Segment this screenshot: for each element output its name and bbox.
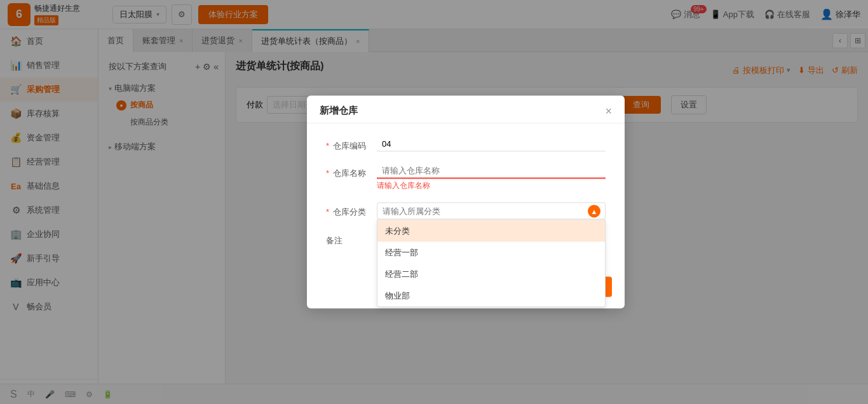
- modal-header: 新增仓库 ×: [307, 96, 625, 124]
- name-error-tip: 请输入仓库名称: [377, 181, 430, 190]
- warehouse-category-row: * 仓库分类 ▲ 未分类 经营一部 经营二部 物业部: [326, 203, 606, 220]
- category-arrow-icon[interactable]: ▲: [588, 205, 600, 217]
- warehouse-name-label: * 仓库名称: [326, 163, 377, 178]
- category-input-wrap: ▲ 未分类 经营一部 经营二部 物业部: [377, 203, 606, 220]
- warehouse-code-row: * 仓库编码: [326, 137, 606, 152]
- dropdown-item-2[interactable]: 经营二部: [377, 264, 605, 285]
- dropdown-item-1[interactable]: 经营一部: [377, 242, 605, 264]
- modal-close-button[interactable]: ×: [605, 105, 612, 116]
- modal-title: 新增仓库: [320, 105, 358, 117]
- warehouse-category-label: * 仓库分类: [326, 203, 377, 218]
- category-input[interactable]: [377, 203, 606, 220]
- warehouse-name-input[interactable]: [377, 163, 606, 179]
- warehouse-code-label: * 仓库编码: [326, 137, 377, 152]
- category-dropdown: 未分类 经营一部 经营二部 物业部: [377, 220, 606, 307]
- dropdown-item-0[interactable]: 未分类: [377, 220, 605, 242]
- warehouse-note-label: 备注: [326, 231, 377, 246]
- dropdown-item-3[interactable]: 物业部: [377, 285, 605, 307]
- modal-body: * 仓库编码 * 仓库名称 请输入仓库名称 * 仓库分类: [307, 124, 625, 271]
- warehouse-name-row: * 仓库名称 请输入仓库名称: [326, 163, 606, 191]
- new-warehouse-modal: 新增仓库 × * 仓库编码 * 仓库名称 请输入仓库名称: [307, 96, 625, 309]
- warehouse-code-input[interactable]: [377, 137, 606, 152]
